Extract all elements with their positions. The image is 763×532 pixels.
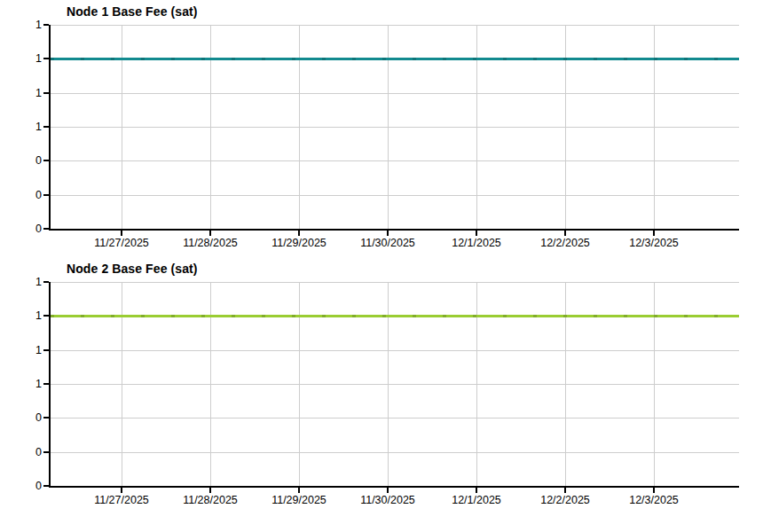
v-gridline [388, 25, 389, 229]
y-tick-label: 1 [13, 51, 42, 66]
y-tick-label: 0 [13, 445, 42, 459]
v-gridline [299, 282, 300, 486]
x-tick [653, 486, 655, 493]
y-tick [43, 349, 49, 351]
y-tick-label: 0 [13, 411, 42, 425]
y-tick [43, 228, 49, 230]
x-tick [564, 486, 566, 493]
y-tick-label: 1 [13, 86, 42, 100]
x-tick [653, 229, 655, 236]
v-gridline [654, 25, 655, 229]
x-tick-label: 12/3/2025 [614, 493, 694, 507]
x-tick-label: 11/28/2025 [170, 236, 250, 250]
y-axis [49, 25, 51, 231]
x-tick [476, 486, 477, 493]
x-tick-label: 11/27/2025 [82, 236, 161, 250]
plot-area-node2: 111100011/27/202511/28/202511/29/202511/… [51, 282, 739, 486]
y-tick-label: 0 [13, 479, 42, 493]
y-tick-label: 0 [13, 188, 42, 202]
y-tick [43, 58, 49, 59]
y-tick [43, 160, 49, 161]
h-gridline [51, 127, 739, 128]
x-tick-label: 11/30/2025 [348, 236, 428, 250]
x-tick [298, 229, 300, 236]
chart-title-node2: Node 2 Base Fee (sat) [67, 262, 198, 276]
y-tick [43, 92, 49, 94]
x-axis [49, 229, 739, 231]
x-tick [121, 486, 122, 493]
x-tick [387, 229, 389, 236]
x-tick [209, 229, 211, 236]
x-tick-label: 11/29/2025 [259, 236, 339, 250]
x-tick [387, 486, 389, 493]
h-gridline [51, 160, 739, 161]
y-axis [49, 282, 51, 488]
v-gridline [565, 25, 566, 229]
x-tick [209, 486, 211, 493]
v-gridline [388, 282, 389, 486]
h-gridline [51, 25, 739, 26]
y-tick [43, 383, 49, 385]
h-gridline [51, 418, 739, 419]
y-tick-label: 0 [13, 222, 42, 236]
h-gridline [51, 350, 739, 351]
x-axis [49, 486, 739, 488]
y-tick-label: 0 [13, 153, 42, 168]
x-tick [121, 229, 122, 236]
x-tick [564, 229, 566, 236]
x-tick-label: 11/30/2025 [348, 493, 428, 507]
y-tick [43, 281, 49, 283]
y-tick-label: 1 [13, 120, 42, 134]
y-tick [43, 24, 49, 26]
series-line-node-2-base-fee [51, 315, 739, 317]
fee-charts-page: Node 1 Base Fee (sat) 111100011/27/20251… [0, 0, 763, 532]
x-tick-label: 12/1/2025 [437, 493, 516, 507]
h-gridline [51, 93, 739, 94]
v-gridline [476, 25, 477, 229]
x-tick [298, 486, 300, 493]
x-tick-label: 12/3/2025 [614, 236, 694, 250]
v-gridline [122, 25, 122, 229]
v-gridline [122, 282, 122, 486]
x-tick-label: 12/2/2025 [525, 236, 605, 250]
x-tick-label: 11/27/2025 [82, 493, 161, 507]
x-tick-label: 11/29/2025 [259, 493, 339, 507]
h-gridline [51, 282, 739, 283]
v-gridline [476, 282, 477, 486]
y-tick-label: 1 [13, 309, 42, 323]
x-tick [476, 229, 477, 236]
y-tick-label: 1 [13, 275, 42, 289]
y-tick [43, 126, 49, 128]
h-gridline [51, 195, 739, 196]
v-gridline [210, 282, 211, 486]
chart-title-node1: Node 1 Base Fee (sat) [67, 4, 198, 19]
v-gridline [565, 282, 566, 486]
h-gridline [51, 452, 739, 453]
h-gridline [51, 384, 739, 385]
x-tick-label: 11/28/2025 [170, 493, 250, 507]
v-gridline [654, 282, 655, 486]
y-tick [43, 451, 49, 453]
y-tick [43, 315, 49, 317]
y-tick [43, 417, 49, 419]
x-tick-label: 12/1/2025 [437, 236, 516, 250]
y-tick-label: 1 [13, 377, 42, 391]
v-gridline [210, 25, 211, 229]
y-tick-label: 1 [13, 343, 42, 357]
series-line-node-1-base-fee [51, 58, 739, 60]
x-tick-label: 12/2/2025 [525, 493, 605, 507]
y-tick [43, 485, 49, 487]
y-tick-label: 1 [13, 18, 42, 32]
v-gridline [299, 25, 300, 229]
y-tick [43, 194, 49, 196]
plot-area-node1: 111100011/27/202511/28/202511/29/202511/… [51, 25, 739, 229]
